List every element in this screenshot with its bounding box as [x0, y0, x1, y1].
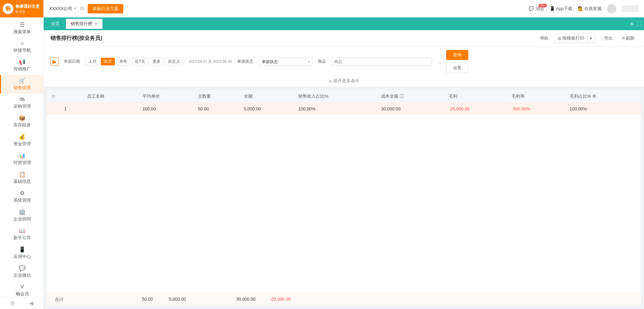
- tab-sales-ranking[interactable]: 销售排行榜 ✕: [66, 19, 102, 29]
- sidebar-item-9[interactable]: ⚙系统管理: [0, 187, 43, 206]
- cell-sales-pct: 100.00%: [294, 103, 377, 115]
- status-select-wrapper: 单据状态: [259, 58, 312, 66]
- sidebar-item-8[interactable]: 📋基础信息: [0, 168, 43, 187]
- company-selector[interactable]: XXXXX公司 ▾: [49, 6, 76, 12]
- date-btn-more[interactable]: 更多: [149, 58, 164, 65]
- msg-badge: 99+: [539, 4, 547, 7]
- sidebar-item-2[interactable]: 📢营销推广: [0, 56, 43, 75]
- tab-close-icon[interactable]: ✕: [94, 21, 98, 26]
- tabbar-actions: ✕ ⛶: [630, 21, 641, 27]
- cell-gross-pct: 100.00%: [566, 103, 641, 115]
- print-dropdown-btn[interactable]: ▾: [587, 35, 595, 42]
- sidebar-item-4[interactable]: 🛍采购管理: [0, 94, 43, 112]
- topbar: XXXXX公司 ▾ ⚙ 体验行业方案 💬 99+ 消息 📱App下载 💁在线客服: [44, 0, 644, 17]
- page-header: 销售排行榜(按业务员) 帮助 🖨 按模板打印 ▾ ↓ 导出 ↺ 刷新: [44, 30, 644, 47]
- nav-label-11: 新手引导: [13, 235, 31, 241]
- col-amount: 全额: [240, 90, 294, 103]
- tab-expand-icon[interactable]: ⛶: [637, 21, 641, 27]
- col-sales-pct: 销售收入占比%: [294, 90, 377, 103]
- sidebar-item-14[interactable]: V畅会员: [0, 281, 43, 297]
- main-area: XXXXX公司 ▾ ⚙ 体验行业方案 💬 99+ 消息 📱App下载 💁在线客服…: [44, 0, 644, 309]
- col-cost: 成本全额 ⓘ: [377, 90, 444, 103]
- nav-label-8: 基础信息: [13, 178, 31, 185]
- query-settings-col: 查询 设置: [446, 50, 468, 73]
- footer-qty: 50.00: [138, 297, 165, 303]
- print-btn[interactable]: 🖨 按模板打印: [555, 34, 587, 43]
- settings-btn[interactable]: 设置: [446, 63, 468, 73]
- col-settings[interactable]: ⚙: [47, 90, 60, 103]
- cell-cost: 30,000.00: [377, 103, 444, 115]
- sidebar-item-11[interactable]: 📖新手引导: [0, 225, 43, 244]
- status-select[interactable]: 单据状态: [259, 58, 312, 66]
- date-btn-this-year[interactable]: 本年: [116, 58, 130, 65]
- footer-gross-pct: [321, 297, 348, 303]
- nav-label-2: 营销推广: [13, 66, 31, 72]
- sidebar-item-1[interactable]: ⌂快捷导航: [0, 38, 43, 56]
- settings-icon[interactable]: ⚙: [80, 5, 84, 12]
- tab-minimize-icon[interactable]: ✕: [630, 21, 634, 27]
- user-avatar[interactable]: [607, 4, 616, 13]
- nav-label-3: 销售管理: [13, 85, 31, 91]
- expand-more-btn[interactable]: ∨ 展开更多条件: [329, 78, 359, 84]
- more-filter-link[interactable]: ...: [437, 59, 441, 64]
- nav-label-12: 应用中心: [13, 254, 31, 260]
- col-qty: 主数量: [194, 90, 240, 103]
- tabbar: 首页 销售排行榜 ✕ ✕ ⛶: [44, 17, 644, 30]
- export-btn[interactable]: ↓ 导出: [598, 34, 615, 43]
- nav-icon-7: 📊: [19, 152, 26, 159]
- nav-label-7: 经营管理: [13, 160, 31, 166]
- nav-label-4: 采购管理: [13, 103, 31, 109]
- query-btn[interactable]: 查询: [446, 50, 468, 60]
- nav-label-9: 系统管理: [13, 197, 31, 203]
- sidebar-item-6[interactable]: 💰资金管理: [0, 131, 43, 150]
- cell-rank: 1: [60, 103, 83, 115]
- date-btn-7days[interactable]: 近7天: [132, 58, 148, 65]
- cell-amount: 5,000.00: [240, 103, 294, 115]
- content-area: 销售排行榜(按业务员) 帮助 🖨 按模板打印 ▾ ↓ 导出 ↺ 刷新 ▶ 单据日…: [44, 30, 644, 309]
- status-filter-label: 单据状态: [237, 59, 253, 64]
- col-avg-price: 平均单价: [138, 90, 194, 103]
- sidebar-item-0[interactable]: ☰搜索菜单: [0, 19, 43, 38]
- filter-expand-arrow[interactable]: ▶: [50, 57, 58, 66]
- msg-icon[interactable]: 💬 99+ 消息: [529, 6, 544, 12]
- cell-qty: 50.00: [194, 103, 240, 115]
- sidebar-settings-icon[interactable]: ⚙: [10, 300, 15, 306]
- sidebar-item-13[interactable]: 💬企业微信: [0, 262, 43, 281]
- date-btn-this-month[interactable]: 本月: [101, 58, 115, 65]
- help-btn[interactable]: 帮助: [538, 34, 551, 43]
- refresh-btn[interactable]: ↺ 刷新: [619, 34, 637, 43]
- online-service[interactable]: 💁在线客服: [578, 6, 602, 12]
- nav-label-5: 库存核算: [13, 122, 31, 128]
- table-wrapper: ⚙ 员工名称 平均单价 主数量 全额 销售收入占比% 成本全额 ⓘ 毛利 毛利率…: [47, 90, 641, 293]
- trial-btn[interactable]: 体验行业方案: [88, 4, 123, 13]
- nav-icon-0: ☰: [20, 21, 25, 28]
- nav-label-13: 企业微信: [13, 272, 31, 278]
- company-name: XXXXX公司: [49, 6, 72, 12]
- topbar-right: 💬 99+ 消息 📱App下载 💁在线客服: [529, 4, 639, 13]
- sidebar-item-10[interactable]: 🏢企业协同: [0, 206, 43, 225]
- logo-icon: 畅: [3, 3, 13, 14]
- nav-icon-4: 🛍: [19, 96, 25, 102]
- nav-label-1: 快捷导航: [13, 47, 31, 53]
- app-download[interactable]: 📱App下载: [550, 6, 572, 12]
- goods-input[interactable]: [331, 58, 432, 66]
- tab-home[interactable]: 首页: [46, 19, 65, 29]
- table-area: ⚙ 员工名称 平均单价 主数量 全额 销售收入占比% 成本全额 ⓘ 毛利 毛利率…: [46, 90, 641, 306]
- nav-icon-10: 🏢: [19, 209, 26, 215]
- sidebar-collapse-icon[interactable]: ◀: [29, 300, 33, 306]
- nav-icon-8: 📋: [19, 171, 26, 177]
- footer-gross-rate: [295, 297, 321, 303]
- filter-row-1: ▶ 单据日期 上月 本月 本年 近7天 更多 自定义 2023-06-01 至 …: [50, 50, 637, 76]
- sidebar-item-3[interactable]: 🛒销售管理: [0, 75, 43, 94]
- nav-icon-3: 🛒: [19, 78, 26, 84]
- sidebar-item-5[interactable]: 📦库存核算: [0, 112, 43, 131]
- date-btn-custom[interactable]: 自定义: [165, 58, 183, 65]
- date-btn-last-month[interactable]: 上月: [85, 58, 99, 65]
- cell-gross: -25,000.00: [445, 103, 508, 115]
- footer-avg-price: [111, 297, 138, 303]
- sidebar-item-12[interactable]: 📱应用中心: [0, 244, 43, 262]
- col-gross: 毛利: [445, 90, 508, 103]
- nav-label-6: 资金管理: [13, 141, 31, 147]
- sidebar-item-7[interactable]: 📊经营管理: [0, 150, 43, 168]
- company-dropdown-icon: ▾: [74, 6, 76, 11]
